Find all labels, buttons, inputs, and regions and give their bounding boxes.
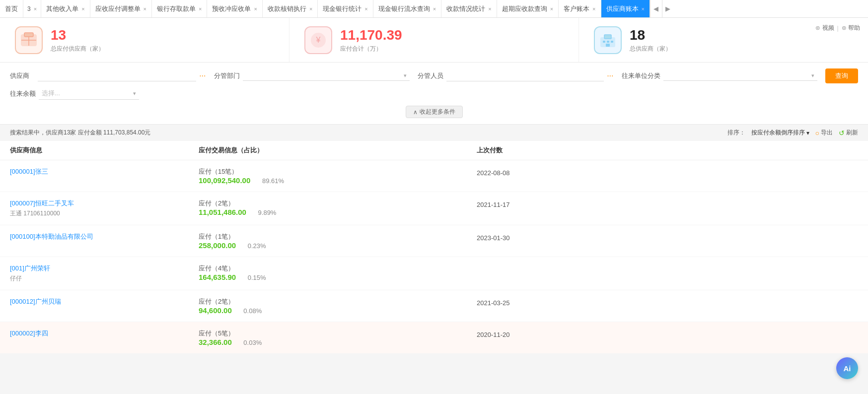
payment-label-2: 应付（1笔） bbox=[199, 233, 234, 240]
summary-label-3: 总供应商（家） bbox=[630, 45, 671, 53]
supplier-dots-icon[interactable]: ··· bbox=[199, 71, 206, 80]
refresh-button[interactable]: ↺ 刷新 bbox=[839, 129, 858, 137]
collapse-button[interactable]: ∧ 收起更多条件 bbox=[406, 106, 463, 118]
supplier-link-0[interactable]: [000001]张三 bbox=[10, 168, 48, 175]
lastpay-cell-0: 2022-08-08 bbox=[477, 167, 858, 177]
nav-tab-receipt-verify[interactable]: 收款核销执行 × bbox=[263, 0, 318, 18]
supplier-link-1[interactable]: [000007]恒旺二手叉车 bbox=[10, 199, 74, 207]
nav-tab-ar-ap-adjust[interactable]: 应收应付调整单 × bbox=[90, 0, 152, 18]
person-input[interactable] bbox=[446, 70, 604, 81]
supplier-cell-0: [000001]张三 bbox=[10, 167, 199, 176]
payment-cell-5: 应付（5笔） 32,366.00 0.03% bbox=[199, 329, 477, 346]
supplier-input[interactable] bbox=[38, 70, 196, 81]
nav-tab-ar-ap-adjust-close[interactable]: × bbox=[144, 6, 146, 12]
lastpay-date-0: 2022-08-08 bbox=[477, 167, 858, 177]
table-row-3: [001]广州荣轩 仔仔 应付（4笔） 164,635.90 0.15% bbox=[0, 257, 868, 290]
nav-tab-3-close[interactable]: × bbox=[34, 6, 37, 12]
nav-tab-receipt-stat-close[interactable]: × bbox=[488, 6, 491, 12]
table-row-2: [000100]本特勤油品有限公司 应付（1笔） 258,000.00 0.23… bbox=[0, 225, 868, 257]
summary-label-2: 应付合计（万） bbox=[340, 45, 402, 53]
nav-tab-bank-deposit[interactable]: 银行存取款单 × bbox=[152, 0, 207, 18]
nav-arrow-left[interactable]: ◀ bbox=[650, 0, 662, 18]
nav-tab-bank-deposit-close[interactable]: × bbox=[199, 6, 202, 12]
nav-tab-cash-bank-query-close[interactable]: × bbox=[433, 6, 436, 12]
table-row-4: [000012]广州贝瑞 应付（2笔） 94,600.00 0.08% 2021… bbox=[0, 290, 868, 322]
supplier-link-4[interactable]: [000012]广州贝瑞 bbox=[10, 298, 61, 305]
supplier-link-5[interactable]: [000002]李四 bbox=[10, 329, 48, 337]
svg-text:¥: ¥ bbox=[316, 36, 321, 44]
nav-tab-customer-book-close[interactable]: × bbox=[592, 6, 595, 12]
supplier-link-2[interactable]: [000100]本特勤油品有限公司 bbox=[10, 233, 93, 240]
nav-tab-other-income-close[interactable]: × bbox=[81, 6, 84, 12]
nav-tab-prepay-offset[interactable]: 预收冲应收单 × bbox=[207, 0, 262, 18]
summary-links: ⊙ 视频 | ⊙ 帮助 bbox=[815, 24, 860, 32]
nav-tab-receipt-stat[interactable]: 收款情况统计 × bbox=[441, 0, 497, 18]
svg-rect-7 bbox=[604, 35, 611, 39]
summary-icon-3 bbox=[594, 26, 622, 54]
summary-label-1: 总应付供应商（家） bbox=[51, 45, 104, 53]
nav-tab-cash-bank-stat-close[interactable]: × bbox=[364, 6, 367, 12]
filter-row-1: 供应商 ··· 分管部门 ▾ 分管人员 ··· 往来单位分类 ▾ 查询 bbox=[10, 68, 858, 83]
dept-select[interactable]: ▾ bbox=[243, 71, 410, 81]
supplier-cell-3: [001]广州荣轩 仔仔 bbox=[10, 264, 199, 283]
nav-tab-overdue-ar[interactable]: 超期应收款查询 × bbox=[497, 0, 559, 18]
result-summary-text: 搜索结果中，供应商13家 应付金额 111,703,854.00元 bbox=[10, 129, 150, 137]
filter-dept: 分管部门 ▾ bbox=[214, 71, 410, 81]
sort-select[interactable]: 按应付余额倒序排序 ▾ bbox=[751, 129, 809, 137]
table-row-inner-0: [000001]张三 应付（15笔） 100,092,540.00 89.61%… bbox=[0, 160, 868, 192]
result-actions: 排序： 按应付余额倒序排序 ▾ ○ 导出 ↺ 刷新 bbox=[727, 129, 858, 137]
nav-tab-receipt-verify-close[interactable]: × bbox=[309, 6, 312, 12]
supplier-sub-1: 王通 17106110000 bbox=[10, 209, 199, 218]
nav-arrow-right[interactable]: ▶ bbox=[662, 0, 674, 18]
payment-percent-3: 0.15% bbox=[248, 274, 266, 281]
help-link[interactable]: ⊙ 帮助 bbox=[842, 24, 860, 32]
query-button[interactable]: 查询 bbox=[825, 68, 858, 83]
export-label: 导出 bbox=[821, 129, 833, 137]
nav-tab-cash-bank-stat[interactable]: 现金银行统计 × bbox=[318, 0, 373, 18]
nav-tab-supplier-book-close[interactable]: × bbox=[642, 6, 645, 12]
nav-tab-prepay-offset-close[interactable]: × bbox=[254, 6, 257, 12]
supplier-cell-5: [000002]李四 bbox=[10, 329, 199, 338]
video-link[interactable]: ⊙ 视频 bbox=[815, 24, 834, 32]
unit-class-arrow-icon: ▾ bbox=[811, 72, 814, 79]
person-dots-icon[interactable]: ··· bbox=[607, 71, 613, 80]
sort-arrow-icon: ▾ bbox=[806, 130, 809, 136]
payment-percent-2: 0.23% bbox=[248, 242, 266, 250]
svg-rect-8 bbox=[603, 41, 605, 43]
filter-unit-class: 往来单位分类 ▾ bbox=[622, 71, 818, 81]
lastpay-cell-2: 2023-01-30 bbox=[477, 232, 858, 242]
nav-tab-cash-bank-query[interactable]: 现金银行流水查询 × bbox=[373, 0, 441, 18]
balance-label: 往来余额 bbox=[10, 89, 36, 98]
unit-class-label: 往来单位分类 bbox=[622, 71, 660, 80]
collapse-chevron-icon: ∧ bbox=[413, 109, 418, 116]
supplier-link-3[interactable]: [001]广州荣轩 bbox=[10, 264, 50, 272]
nav-tab-overdue-ar-label: 超期应收款查询 bbox=[502, 4, 547, 13]
payment-cell-2: 应付（1笔） 258,000.00 0.23% bbox=[199, 232, 477, 250]
nav-tab-home-label: 首页 bbox=[5, 4, 18, 13]
refresh-icon: ↺ bbox=[839, 129, 845, 137]
result-bar: 搜索结果中，供应商13家 应付金额 111,703,854.00元 排序： 按应… bbox=[0, 125, 868, 141]
col-header-lastpay: 上次付数 bbox=[477, 146, 858, 155]
supplier-label: 供应商 bbox=[10, 71, 35, 80]
nav-tab-overdue-ar-close[interactable]: × bbox=[550, 6, 553, 12]
nav-tab-customer-book[interactable]: 客户账本 × bbox=[559, 0, 601, 18]
dept-label: 分管部门 bbox=[214, 71, 240, 80]
lastpay-date-3 bbox=[477, 264, 858, 266]
nav-tab-3[interactable]: 3 × bbox=[23, 0, 41, 18]
unit-class-select[interactable]: ▾ bbox=[663, 71, 818, 81]
nav-tab-cash-bank-stat-label: 现金银行统计 bbox=[323, 4, 362, 13]
nav-tab-supplier-book-label: 供应商账本 bbox=[606, 4, 639, 13]
payment-info-0: 应付（15笔） 100,092,540.00 89.61% bbox=[199, 167, 477, 185]
export-button[interactable]: ○ 导出 bbox=[815, 129, 833, 137]
nav-tab-other-income[interactable]: 其他收入单 × bbox=[41, 0, 90, 18]
table-header: 供应商信息 应付交易信息（占比） 上次付数 bbox=[0, 141, 868, 160]
table-row-inner-1: [000007]恒旺二手叉车 王通 17106110000 应付（2笔） 11,… bbox=[0, 192, 868, 225]
table-row-inner-5: [000002]李四 应付（5笔） 32,366.00 0.03% 2020-1… bbox=[0, 322, 868, 353]
payment-cell-4: 应付（2笔） 94,600.00 0.08% bbox=[199, 297, 477, 315]
table-row-1: [000007]恒旺二手叉车 王通 17106110000 应付（2笔） 11,… bbox=[0, 192, 868, 225]
payment-cell-1: 应付（2笔） 11,051,486.00 9.89% bbox=[199, 199, 477, 216]
nav-tab-supplier-book[interactable]: 供应商账本 × bbox=[601, 0, 650, 18]
summary-text-3: 18 总供应商（家） bbox=[630, 27, 671, 53]
balance-select[interactable]: 选择... ▾ bbox=[39, 87, 139, 100]
nav-tab-home[interactable]: 首页 bbox=[0, 0, 23, 18]
